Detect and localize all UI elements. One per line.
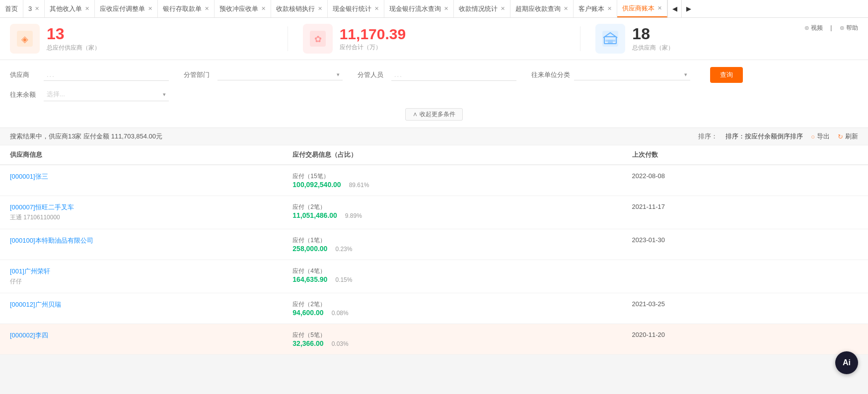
nav-cash-bank-stat[interactable]: 现金银行统计 ✕ [328, 0, 384, 17]
svg-rect-8 [613, 40, 615, 42]
refresh-icon: ↻ [838, 133, 843, 140]
card-icon-payable: ✿ [303, 24, 333, 54]
nav-tab-3[interactable]: 3 ✕ [23, 0, 45, 17]
svg-text:✿: ✿ [314, 34, 321, 44]
tx-amount-3[interactable]: 258,000.00 [292, 245, 327, 253]
tx-percent-5: 0.08% [332, 310, 349, 317]
close-icon[interactable]: ✕ [318, 5, 322, 12]
nav-next-arrow[interactable]: ▶ [681, 0, 695, 18]
close-icon[interactable]: ✕ [148, 5, 152, 12]
last-pay-date-2: 2021-11-17 [632, 203, 665, 210]
nav-other-income[interactable]: 其他收入单 ✕ [45, 0, 95, 17]
total-suppliers-label: 总供应商（家） [632, 44, 674, 52]
transaction-info-6: 应付（5笔） 32,366.00 0.03% [292, 331, 632, 347]
close-icon[interactable]: ✕ [205, 5, 209, 12]
close-icon[interactable]: ✕ [564, 5, 568, 12]
balance-placeholder: 选择... [47, 90, 163, 99]
top-navigation: 首页 3 ✕ 其他收入单 ✕ 应收应付调整单 ✕ 银行存取款单 ✕ 预收冲应收单… [0, 0, 868, 18]
nav-customer-ledger[interactable]: 客户账本 ✕ [574, 0, 617, 17]
supplier-link-6[interactable]: [000002]李四 [10, 331, 48, 339]
person-filter-label: 分管人员 [358, 70, 387, 79]
nav-home-label: 首页 [5, 4, 18, 13]
nav-bank-deposit[interactable]: 银行存取款单 ✕ [158, 0, 215, 17]
transaction-info-2: 应付（2笔） 11,051,486.00 9.89% [292, 203, 632, 219]
tx-percent-6: 0.03% [332, 340, 349, 347]
nav-home[interactable]: 首页 [0, 0, 23, 17]
tx-row-5: 94,600.00 0.08% [292, 309, 632, 317]
tx-amount-1[interactable]: 100,092,540.00 [292, 181, 341, 189]
nav-collect-stat[interactable]: 收款情况统计 ✕ [454, 0, 510, 17]
balance-select-wrap[interactable]: 选择... ▾ [44, 88, 169, 101]
tx-amount-6[interactable]: 32,366.00 [292, 339, 323, 347]
tx-row-4: 164,635.90 0.15% [292, 275, 632, 283]
category-select-wrap[interactable]: ▾ [574, 69, 690, 80]
col-header-transaction: 应付交易信息（占比） [292, 150, 632, 159]
close-icon[interactable]: ✕ [261, 5, 266, 12]
tx-row-6: 32,366.00 0.03% [292, 339, 632, 347]
export-icon: ○ [811, 133, 815, 140]
dept-select-wrap[interactable]: ▾ [217, 69, 343, 80]
nav-prev-arrow[interactable]: ◀ [667, 0, 681, 18]
refresh-button[interactable]: ↻ 刷新 [838, 132, 858, 141]
tx-amount-5[interactable]: 94,600.00 [292, 309, 323, 317]
nav-overdue-query[interactable]: 超期应收款查询 ✕ [510, 0, 574, 17]
supplier-link-5[interactable]: [000012]广州贝瑞 [10, 301, 61, 308]
video-link[interactable]: ⊙ 视频 [804, 24, 823, 31]
col-header-supplier: 供应商信息 [10, 150, 292, 159]
tx-label-1: 应付（15笔） [292, 172, 632, 181]
close-icon[interactable]: ✕ [444, 5, 448, 12]
last-pay-3: 2023-01-30 [632, 236, 858, 244]
sort-select[interactable]: 排序：按应付余额倒序排序 [725, 132, 803, 141]
supplier-link-1[interactable]: [000001]张三 [10, 173, 48, 180]
card-icon-supplier: ◈ [10, 24, 40, 54]
nav-cash-flow-label: 现金银行流水查询 [389, 4, 441, 13]
nav-collect-exec[interactable]: 收款核销执行 ✕ [271, 0, 328, 17]
table-row: [000100]本特勤油品有限公司 应付（1笔） 258,000.00 0.23… [0, 229, 868, 260]
close-icon[interactable]: ✕ [657, 5, 662, 11]
supplier-sub-2: 王通 17106110000 [10, 213, 292, 222]
nav-advance-collect[interactable]: 预收冲应收单 ✕ [215, 0, 271, 17]
supplier-info-2: [000007]恒旺二手叉车 王通 17106110000 [10, 203, 292, 222]
collapse-bar: ∧ 收起更多条件 [10, 106, 858, 123]
person-input-wrap[interactable]: ... [391, 69, 516, 81]
table-row: [001]广州荣轩 仔仔 应付（4笔） 164,635.90 0.15% [0, 260, 868, 293]
last-pay-2: 2021-11-17 [632, 203, 858, 210]
table-row: [000012]广州贝瑞 应付（2笔） 94,600.00 0.08% 2021… [0, 293, 868, 324]
close-icon[interactable]: ✕ [35, 5, 39, 12]
tx-amount-4[interactable]: 164,635.90 [292, 275, 327, 283]
nav-cash-flow[interactable]: 现金银行流水查询 ✕ [384, 0, 454, 17]
tx-percent-1: 89.61% [349, 182, 369, 189]
collapse-button[interactable]: ∧ 收起更多条件 [405, 108, 462, 121]
nav-adjustment[interactable]: 应收应付调整单 ✕ [95, 0, 158, 17]
help-link[interactable]: ⊙ 帮助 [840, 24, 858, 31]
supplier-input-wrap[interactable]: ... [44, 69, 169, 81]
card-info-total-suppliers: 18 总供应商（家） [632, 25, 674, 52]
supplier-link-2[interactable]: [000007]恒旺二手叉车 [10, 203, 74, 211]
transaction-info-3: 应付（1笔） 258,000.00 0.23% [292, 236, 632, 253]
nav-supplier-ledger[interactable]: 供应商账本 ✕ [617, 0, 667, 17]
nav-collect-stat-label: 收款情况统计 [459, 4, 498, 13]
close-icon[interactable]: ✕ [374, 5, 379, 12]
tx-label-3: 应付（1笔） [292, 236, 632, 245]
close-icon[interactable]: ✕ [85, 5, 89, 12]
tx-row-3: 258,000.00 0.23% [292, 245, 632, 253]
tx-row-1: 100,092,540.00 89.61% [292, 181, 632, 189]
payable-total-amount: 11,170.39 [340, 26, 406, 42]
chevron-down-icon-3: ▾ [163, 91, 166, 98]
export-button[interactable]: ○ 导出 [811, 132, 830, 141]
query-button[interactable]: 查询 [710, 67, 743, 83]
payable-suppliers-count: 13 [47, 25, 100, 43]
refresh-label: 刷新 [845, 132, 858, 141]
transaction-info-5: 应付（2笔） 94,600.00 0.08% [292, 300, 632, 317]
tx-label-5: 应付（2笔） [292, 300, 632, 309]
close-icon[interactable]: ✕ [607, 5, 612, 12]
last-pay-date-6: 2020-11-20 [632, 331, 665, 338]
supplier-link-4[interactable]: [001]广州荣轩 [10, 267, 50, 275]
balance-filter-label: 往来余额 [10, 90, 40, 99]
close-icon[interactable]: ✕ [501, 5, 505, 12]
last-pay-1: 2022-08-08 [632, 172, 858, 180]
tx-percent-2: 9.89% [345, 212, 362, 219]
filter-dept: 分管部门 ▾ [184, 69, 343, 80]
supplier-link-3[interactable]: [000100]本特勤油品有限公司 [10, 237, 93, 244]
tx-amount-2[interactable]: 11,051,486.00 [292, 211, 337, 219]
